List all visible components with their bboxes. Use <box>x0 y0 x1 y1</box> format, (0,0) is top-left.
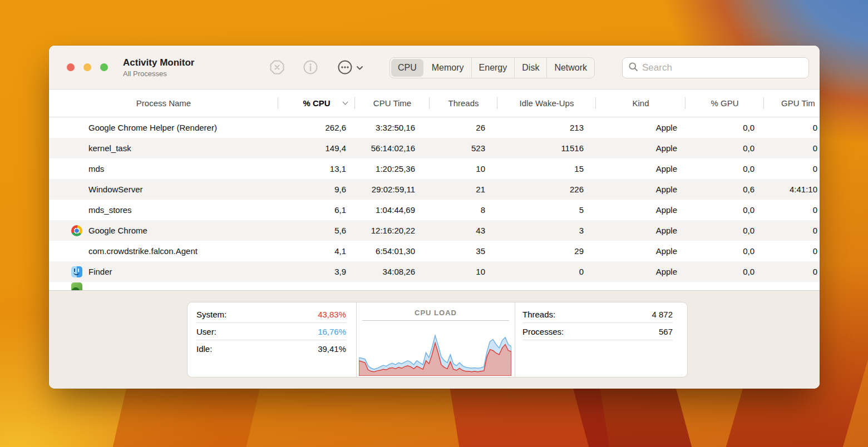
cell-value: 10 <box>476 164 485 173</box>
search-icon <box>628 62 638 74</box>
cell-value: 0 <box>813 123 817 132</box>
table-row[interactable]: Google Chrome5,612:16:20,22433Apple0,00 <box>49 220 820 241</box>
cell-value: 15 <box>574 164 584 173</box>
more-options-button[interactable] <box>336 59 364 77</box>
column-header--cpu[interactable]: % CPU <box>278 90 355 117</box>
cell-value: 149,4 <box>325 143 346 153</box>
cell-value: 29 <box>574 246 584 256</box>
info-circle-icon <box>302 59 319 77</box>
column-header--gpu[interactable]: % GPU <box>685 90 764 117</box>
close-button[interactable] <box>67 63 75 71</box>
cell-value: 5 <box>579 205 584 215</box>
table-row[interactable]: WindowServer9,629:02:59,1121226Apple0,64… <box>49 179 820 200</box>
cell-value: 3,9 <box>334 267 346 276</box>
stat-value: 4 872 <box>652 310 673 319</box>
table-row[interactable]: mds13,11:20:25,361015Apple0,00 <box>49 158 820 179</box>
column-header-threads[interactable]: Threads <box>430 90 497 117</box>
cell-value: 5,6 <box>334 226 346 235</box>
view-tabs: CPUMemoryEnergyDiskNetwork <box>389 57 595 78</box>
process-stats-right: Threads:4 872Processes:567 <box>515 302 687 377</box>
cell-value: 34:08,26 <box>383 267 415 276</box>
stop-process-button[interactable] <box>268 59 286 77</box>
cell-value: 0,0 <box>743 164 754 173</box>
cell-value: 8 <box>481 205 485 215</box>
table-row[interactable]: Finder3,934:08,26100Apple0,00 <box>49 261 820 282</box>
process-name: com.crowdstrike.falcon.Agent <box>88 246 198 256</box>
cell-value: 0,6 <box>743 185 754 194</box>
column-header-kind[interactable]: Kind <box>596 90 685 117</box>
table-row[interactable]: com.crowdstrike.falcon.Agent4,16:54:01,3… <box>49 241 820 261</box>
cell-value: 35 <box>476 246 485 256</box>
cell-value: 0,0 <box>743 143 754 153</box>
tab-disk[interactable]: Disk <box>514 58 546 78</box>
more-options-ellipsis-icon <box>337 59 353 77</box>
stat-row: Threads:4 872 <box>522 306 673 323</box>
desktop-wallpaper: Activity Monitor All Processes <box>0 0 868 447</box>
cpu-summary-box: System:43,83%User:16,76%Idle:39,41% CPU … <box>187 302 688 378</box>
cell-value: 0,0 <box>743 226 754 235</box>
cell-value: 213 <box>570 123 584 132</box>
cell-value: 3 <box>579 226 584 235</box>
cell-value: Apple <box>656 267 677 276</box>
table-header-row: Process Name% CPUCPU TimeThreadsIdle Wak… <box>49 90 820 117</box>
cpu-load-chart <box>359 325 511 376</box>
table-row[interactable]: Google Chrome Helper (Renderer)262,63:32… <box>49 117 820 138</box>
cell-value: 0,0 <box>743 267 754 276</box>
status-footer: System:43,83%User:16,76%Idle:39,41% CPU … <box>49 290 820 389</box>
column-header-idle-wake-ups[interactable]: Idle Wake-Ups <box>497 90 596 117</box>
cell-value: 56:14:02,16 <box>371 143 415 153</box>
search-field[interactable] <box>622 57 809 78</box>
cell-value: Apple <box>656 185 677 194</box>
column-header-cpu-time[interactable]: CPU Time <box>355 90 430 117</box>
process-name: Finder <box>88 267 112 276</box>
minimize-button[interactable] <box>83 63 91 71</box>
green-app-icon <box>71 282 82 290</box>
cell-value: Apple <box>656 164 677 173</box>
cell-value: 0 <box>813 143 817 153</box>
cell-value: 43 <box>476 226 485 235</box>
inspect-process-button[interactable] <box>302 59 319 77</box>
cell-value: 0,0 <box>743 205 754 215</box>
process-name: mds_stores <box>88 205 132 215</box>
partial-table-row[interactable] <box>49 282 820 290</box>
tab-network[interactable]: Network <box>546 58 594 78</box>
search-input[interactable] <box>642 62 803 73</box>
table-body: Google Chrome Helper (Renderer)262,63:32… <box>49 117 820 282</box>
cell-value: 1:20:25,36 <box>376 164 415 173</box>
cpu-load-title: CPU LOAD <box>357 309 515 317</box>
cell-value: 262,6 <box>325 123 346 132</box>
tab-energy[interactable]: Energy <box>471 58 515 78</box>
cell-value: 0 <box>813 205 817 215</box>
cell-value: 10 <box>476 267 485 276</box>
stat-value: 567 <box>659 327 673 336</box>
process-name: Google Chrome <box>88 226 147 235</box>
window-toolbar: Activity Monitor All Processes <box>49 46 820 90</box>
cell-value: 3:32:50,16 <box>376 123 415 132</box>
cell-value: 0 <box>579 267 584 276</box>
cell-value: 0 <box>813 267 817 276</box>
stat-row: Idle:39,41% <box>196 340 346 357</box>
column-header-gpu-tim[interactable]: GPU Tim <box>764 90 820 117</box>
table-row[interactable]: mds_stores6,11:04:44,6985Apple0,00 <box>49 200 820 220</box>
zoom-button[interactable] <box>100 63 108 71</box>
cell-value: 0,0 <box>743 123 754 132</box>
tab-memory[interactable]: Memory <box>425 58 471 78</box>
stat-label: System: <box>196 310 226 319</box>
cell-value: Apple <box>656 226 677 235</box>
cell-value: 12:16:20,22 <box>371 226 415 235</box>
finder-app-icon <box>71 266 82 277</box>
cell-value: 6:54:01,30 <box>376 246 415 256</box>
title-block: Activity Monitor All Processes <box>123 57 194 78</box>
chrome-app-icon <box>71 225 82 236</box>
stat-label: Threads: <box>522 310 555 319</box>
cell-value: Apple <box>656 246 677 256</box>
tab-cpu[interactable]: CPU <box>391 59 423 77</box>
process-name: Google Chrome Helper (Renderer) <box>88 123 217 132</box>
window-title: Activity Monitor <box>123 57 194 68</box>
table-row[interactable]: kernel_task149,456:14:02,1652311516Apple… <box>49 138 820 158</box>
traffic-lights <box>67 63 108 71</box>
column-header-process-name[interactable]: Process Name <box>49 90 278 117</box>
cell-value: Apple <box>656 123 677 132</box>
cpu-stats-left: System:43,83%User:16,76%Idle:39,41% <box>188 302 357 377</box>
cell-value: 226 <box>570 185 584 194</box>
